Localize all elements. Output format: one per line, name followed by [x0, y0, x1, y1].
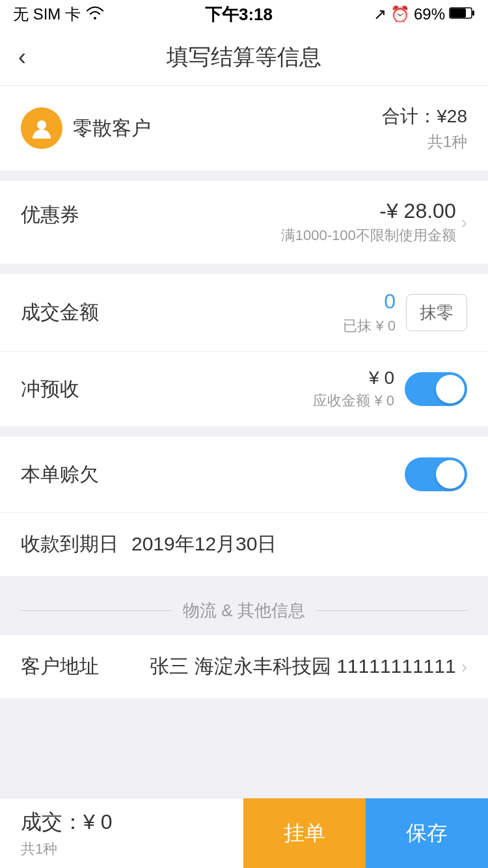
alarm-icon: ⏰	[390, 5, 410, 23]
coupon-value-block: -¥ 28.00 满1000-100不限制使用金额	[281, 199, 456, 245]
address-chevron-icon: ›	[461, 657, 467, 677]
hold-button[interactable]: 挂单	[243, 798, 366, 869]
divider-left	[21, 610, 172, 611]
wifi-icon	[86, 5, 104, 23]
coupon-row[interactable]: 优惠券 -¥ 28.00 满1000-100不限制使用金额 ›	[0, 181, 488, 264]
status-bar: 无 SIM 卡 下午3:18 ↗ ⏰ 69%	[0, 0, 488, 29]
amount-number: 0	[343, 290, 396, 314]
amount-right: 0 已抹 ¥ 0 抹零	[343, 290, 467, 336]
divider-right	[316, 610, 467, 611]
coupon-right: -¥ 28.00 满1000-100不限制使用金额 ›	[281, 199, 467, 245]
status-right: ↗ ⏰ 69%	[373, 5, 475, 23]
customer-section: 零散客户 合计：¥28 共1种	[0, 86, 488, 170]
status-left: 无 SIM 卡	[13, 4, 104, 25]
customer-total: 合计：¥28	[382, 104, 467, 129]
bottom-deal-label: 成交：	[21, 810, 83, 834]
transaction-section: 成交金额 0 已抹 ¥ 0 抹零 冲预收 ¥ 0 应收金额 ¥ 0	[0, 274, 488, 426]
amount-label: 成交金额	[21, 299, 99, 326]
prepay-right: ¥ 0 应收金额 ¥ 0	[313, 368, 467, 411]
logistics-title: 物流 & 其他信息	[183, 599, 305, 622]
battery-label: 69%	[414, 5, 445, 23]
coupon-label: 优惠券	[21, 199, 79, 228]
bottom-deal-row: 成交：¥ 0	[21, 808, 223, 837]
duedate-label: 收款到期日	[21, 531, 118, 558]
page-title: 填写结算等信息	[167, 42, 321, 72]
bottom-summary: 成交：¥ 0 共1种	[0, 808, 243, 859]
customer-summary: 合计：¥28 共1种	[382, 104, 467, 152]
prepayment-toggle[interactable]	[405, 372, 467, 406]
amount-row: 成交金额 0 已抹 ¥ 0 抹零	[0, 274, 488, 351]
prepay-row: 冲预收 ¥ 0 应收金额 ¥ 0	[0, 351, 488, 426]
customer-info: 零散客户	[21, 107, 151, 149]
battery-icon	[449, 5, 475, 23]
prepay-amount-block: ¥ 0 应收金额 ¥ 0	[313, 368, 394, 411]
coupon-amount: -¥ 28.00	[281, 199, 456, 223]
round-button[interactable]: 抹零	[406, 294, 467, 331]
duedate-value: 2019年12月30日	[131, 531, 277, 558]
svg-rect-2	[450, 8, 466, 18]
customer-row: 零散客户 合计：¥28 共1种	[0, 86, 488, 170]
prepay-note: 应收金额 ¥ 0	[313, 391, 394, 411]
coupon-section[interactable]: 优惠券 -¥ 28.00 满1000-100不限制使用金额 ›	[0, 181, 488, 264]
status-time: 下午3:18	[205, 3, 273, 26]
address-label: 客户地址	[21, 653, 99, 680]
amount-value-block: 0 已抹 ¥ 0	[343, 290, 396, 336]
avatar	[21, 107, 62, 149]
bottom-deal-amount: ¥ 0	[83, 810, 112, 834]
bottom-count: 共1种	[21, 839, 223, 859]
chevron-right-icon: ›	[461, 212, 467, 233]
address-value: 张三 海淀永丰科技园 11111111111	[150, 653, 455, 680]
logistics-divider: 物流 & 其他信息	[21, 599, 467, 622]
coupon-description: 满1000-100不限制使用金额	[281, 226, 456, 245]
svg-rect-1	[472, 10, 474, 16]
amount-note: 已抹 ¥ 0	[343, 316, 396, 336]
address-section[interactable]: 客户地址 张三 海淀永丰科技园 11111111111 ›	[0, 635, 488, 698]
back-button[interactable]: ‹	[18, 44, 26, 71]
svg-point-3	[37, 120, 46, 129]
logistics-header: 物流 & 其他信息	[0, 586, 488, 635]
prepay-amount: ¥ 0	[313, 368, 394, 388]
credit-section: 本单赊欠 收款到期日 2019年12月30日	[0, 437, 488, 576]
location-icon: ↗	[373, 5, 386, 23]
bottom-bar: 成交：¥ 0 共1种 挂单 保存	[0, 798, 488, 868]
nav-bar: ‹ 填写结算等信息	[0, 29, 488, 86]
address-right: 张三 海淀永丰科技园 11111111111 ›	[150, 653, 467, 680]
save-button[interactable]: 保存	[366, 798, 488, 869]
duedate-row: 收款到期日 2019年12月30日	[0, 512, 488, 576]
credit-label: 本单赊欠	[21, 461, 99, 488]
no-sim-label: 无 SIM 卡	[13, 4, 81, 25]
prepay-label: 冲预收	[21, 376, 79, 403]
customer-name: 零散客户	[73, 115, 151, 142]
credit-row: 本单赊欠	[0, 437, 488, 512]
credit-toggle[interactable]	[405, 457, 467, 491]
customer-count: 共1种	[382, 131, 467, 152]
